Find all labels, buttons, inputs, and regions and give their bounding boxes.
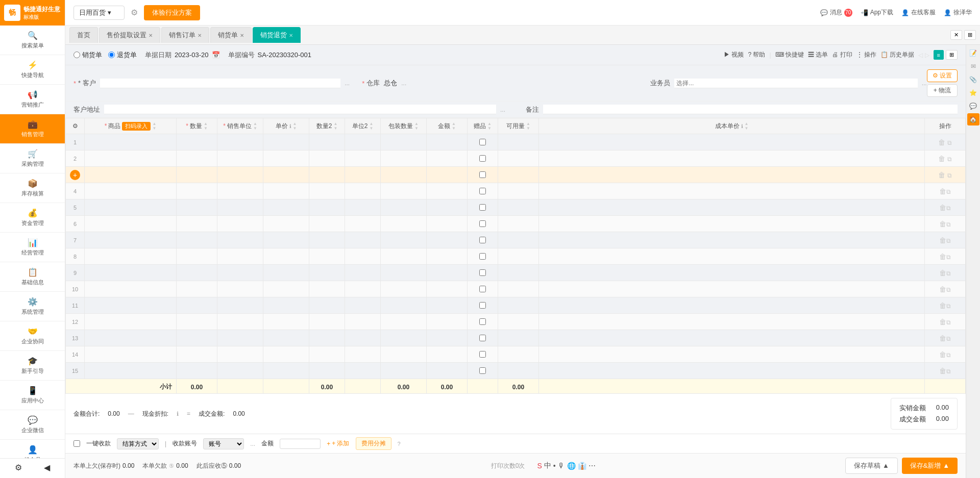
delete-icon[interactable]: 🗑 — [939, 301, 946, 310]
close-all-tabs-btn[interactable]: ✕ — [950, 30, 962, 40]
gift-checkbox[interactable] — [479, 188, 486, 194]
calendar-icon[interactable]: 📅 — [212, 51, 220, 59]
tab-sales-order-close[interactable]: ✕ — [198, 33, 202, 38]
unit2-cell-1[interactable] — [345, 134, 381, 150]
product-cell-1[interactable] — [85, 134, 177, 150]
notification-item[interactable]: 💬 消息 70 — [820, 8, 852, 17]
cost-sort-arrows[interactable]: ▲▼ — [745, 121, 749, 131]
sidebar-item-member[interactable]: 👤 畅会员 — [0, 440, 65, 458]
gift-checkbox[interactable] — [479, 302, 486, 309]
delete-icon[interactable]: 🗑 — [939, 334, 946, 342]
tool-2[interactable]: 中 — [544, 461, 551, 470]
tab-sales-delivery-close[interactable]: ✕ — [240, 33, 244, 38]
unit2-sort-arrows[interactable]: ▲▼ — [369, 121, 373, 131]
cost-cell-1[interactable] — [539, 134, 925, 150]
gift-checkbox[interactable] — [479, 286, 486, 292]
tab-price-setting[interactable]: 售价提取设置 ✕ — [99, 27, 160, 43]
delete-icon-3[interactable]: 🗑 — [938, 171, 945, 179]
save-draft-btn[interactable]: 保存草稿 ▲ — [845, 458, 898, 474]
unit2-cell-2[interactable] — [345, 150, 381, 167]
delete-icon[interactable]: 🗑 — [939, 220, 946, 228]
settings-btn[interactable]: ⚙ 设置 — [927, 69, 958, 82]
copy-icon[interactable]: ⧉ — [946, 221, 951, 228]
history-btn[interactable]: 📋 历史单据 — [880, 51, 914, 59]
tab-sales-delivery[interactable]: 销货单 ✕ — [210, 27, 252, 43]
unit-cell-3[interactable] — [217, 167, 263, 183]
tab-sales-return[interactable]: 销货退货 ✕ — [253, 27, 301, 43]
qty2-cell-3[interactable] — [309, 167, 345, 183]
tab-home[interactable]: 首页 — [69, 27, 98, 43]
staff-input[interactable] — [674, 79, 917, 88]
config-icon[interactable]: ⚙ — [72, 122, 78, 130]
unit-price-info-icon[interactable]: ℹ — [289, 123, 291, 129]
packqty-cell-3[interactable] — [381, 167, 427, 183]
amount-cell-3[interactable] — [427, 167, 468, 183]
avail-cell-3[interactable] — [498, 167, 539, 183]
copy-icon[interactable]: ⧉ — [946, 368, 951, 375]
note-input[interactable] — [543, 105, 958, 114]
add-row-btn[interactable]: + — [70, 170, 80, 180]
gift-checkbox[interactable] — [479, 220, 486, 227]
user-item[interactable]: 👤 徐泽华 — [944, 8, 972, 17]
copy-icon[interactable]: ⧉ — [946, 270, 951, 277]
avail-cell-2[interactable] — [498, 150, 539, 167]
tool-7[interactable]: ⋯ — [589, 462, 596, 470]
gift-cell-3[interactable] — [468, 167, 498, 183]
gift-checkbox[interactable] — [479, 318, 486, 325]
gift-checkbox[interactable] — [479, 253, 486, 260]
tool-4[interactable]: 🎙 — [558, 462, 565, 470]
gift-cell-1[interactable] — [468, 134, 498, 150]
warehouse-dots[interactable]: ... — [401, 80, 406, 87]
side-btn-4[interactable]: ⭐ — [967, 87, 979, 99]
amount-input[interactable] — [280, 439, 321, 449]
account-number-select[interactable]: 账号 — [203, 438, 244, 449]
amount-dots[interactable]: ... — [250, 440, 255, 447]
price-cell-1[interactable] — [263, 134, 309, 150]
delete-icon[interactable]: 🗑 — [939, 318, 946, 326]
shortcut-btn[interactable]: ⌨ 快捷键 — [775, 51, 804, 59]
address-dots[interactable]: ... — [500, 106, 505, 113]
debt-circle[interactable]: ⑤ — [169, 463, 174, 469]
qty2-cell-1[interactable] — [309, 134, 345, 150]
side-btn-6[interactable]: 🏠 — [967, 113, 979, 125]
price-cell-2[interactable] — [263, 150, 309, 167]
copy-icon[interactable]: ⧉ — [946, 351, 951, 359]
avail-cell-1[interactable] — [498, 134, 539, 150]
gift-checkbox[interactable] — [479, 367, 486, 374]
sidebar-item-system[interactable]: ⚙️ 系统管理 — [0, 292, 65, 321]
topbar-gear-icon[interactable]: ⚙ — [131, 8, 138, 17]
sidebar-item-quick-nav[interactable]: ⚡ 快捷导航 — [0, 55, 65, 85]
select-btn[interactable]: ☰ 选单 — [808, 51, 828, 59]
unit-cell-2[interactable] — [217, 150, 263, 167]
collapse-icon[interactable]: ◀ — [44, 463, 50, 472]
cost-cell-2[interactable] — [539, 150, 925, 167]
sales-radio[interactable] — [74, 52, 80, 58]
copy-icon[interactable]: ⧉ — [946, 205, 951, 212]
delete-icon[interactable]: 🗑 — [939, 367, 946, 375]
delete-icon[interactable]: 🗑 — [939, 350, 946, 359]
delete-icon[interactable]: 🗑 — [939, 204, 946, 212]
return-radio[interactable] — [108, 52, 115, 58]
copy-icon[interactable]: ⧉ — [946, 254, 951, 261]
tab-sales-return-close[interactable]: ✕ — [289, 33, 293, 38]
sidebar-item-finance[interactable]: 💰 资金管理 — [0, 203, 65, 233]
split-info-icon[interactable]: ? — [398, 441, 401, 447]
staff-dots[interactable]: ... — [922, 80, 927, 87]
scan-btn[interactable]: 扫码录入 — [122, 122, 151, 131]
amount-cell-2[interactable] — [427, 150, 468, 167]
delete-icon[interactable]: 🗑 — [939, 253, 946, 261]
sidebar-item-basic[interactable]: 📋 基础信息 — [0, 262, 65, 292]
industry-dropdown[interactable]: 日用百货 ▾ — [74, 6, 125, 20]
sidebar-item-operation[interactable]: 📊 经营管理 — [0, 233, 65, 262]
tool-1[interactable]: S — [537, 462, 542, 470]
side-btn-3[interactable]: 📎 — [967, 73, 979, 86]
unit2-cell-3[interactable] — [345, 167, 381, 183]
add-payment-btn[interactable]: + + 添加 — [327, 439, 349, 448]
copy-icon[interactable]: ⧉ — [946, 188, 951, 195]
delete-icon-1[interactable]: 🗑 — [938, 138, 945, 146]
sidebar-item-marketing[interactable]: 📢 营销推广 — [0, 85, 65, 114]
copy-icon[interactable]: ⧉ — [946, 319, 951, 326]
gift-checkbox[interactable] — [479, 351, 486, 358]
delete-icon[interactable]: 🗑 — [939, 187, 946, 195]
sidebar-item-purchase[interactable]: 🛒 采购管理 — [0, 144, 65, 173]
